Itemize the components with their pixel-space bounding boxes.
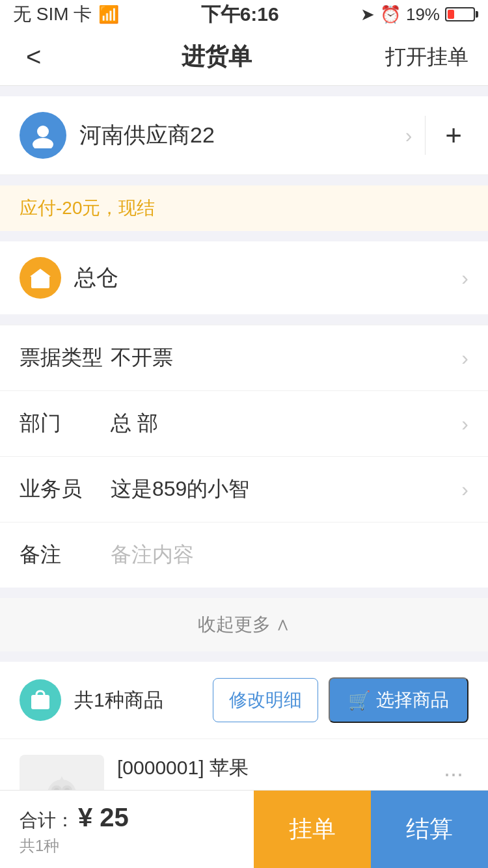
battery-percent: 19% (406, 5, 440, 25)
warehouse-name: 总仓 (74, 263, 461, 293)
product-header: 共1种商品 修改明细 🛒 选择商品 (0, 662, 488, 739)
svg-marker-11 (59, 776, 64, 781)
supplier-card: 河南供应商22 › + (0, 96, 488, 175)
department-label: 部门 (20, 409, 111, 438)
notes-value: 备注内容 (111, 541, 468, 569)
department-chevron-icon: › (461, 412, 468, 436)
product-icon (20, 679, 61, 721)
hold-button[interactable]: 挂单 (254, 791, 371, 868)
more-options-button[interactable]: ··· (439, 755, 468, 793)
invoice-type-row[interactable]: 票据类型 不开票 › (0, 325, 488, 390)
total-label: 合计： (20, 808, 74, 833)
supplier-avatar (20, 112, 66, 159)
status-right: ➤ ⏰ 19% (360, 5, 475, 25)
warehouse-row[interactable]: 总仓 › (0, 241, 488, 314)
edit-detail-button[interactable]: 修改明细 (213, 678, 318, 722)
warehouse-icon (20, 257, 61, 299)
warehouse-card: 总仓 › (0, 241, 488, 314)
department-value: 总 部 (111, 409, 461, 438)
vertical-divider (425, 116, 426, 155)
collapse-more-button[interactable]: 收起更多 ∧ (0, 598, 488, 651)
add-button[interactable]: + (439, 113, 468, 158)
svg-point-0 (37, 126, 49, 137)
svg-marker-3 (30, 269, 51, 277)
status-time: 下午6:16 (201, 1, 279, 28)
invoice-type-chevron-icon: › (461, 346, 468, 370)
notes-label: 备注 (20, 541, 111, 569)
total-amount: ¥ 25 (78, 803, 129, 832)
total-sub: 共1种 (20, 835, 234, 856)
notes-row[interactable]: 备注 备注内容 (0, 522, 488, 588)
total-line: 合计： ¥ 25 (20, 803, 234, 833)
svg-rect-5 (31, 695, 49, 709)
product-code: [0000001] (117, 757, 210, 778)
back-button[interactable]: < (20, 36, 47, 78)
product-name: [0000001] 苹果 (117, 755, 426, 781)
location-icon: ➤ (360, 5, 375, 25)
svg-rect-4 (37, 280, 44, 288)
select-product-label: 选择商品 (376, 688, 449, 712)
product-count: 共1种商品 (74, 687, 213, 714)
battery-icon (445, 7, 475, 21)
invoice-type-label: 票据类型 (20, 344, 111, 372)
supplier-row[interactable]: 河南供应商22 › + (0, 96, 488, 175)
form-card: 票据类型 不开票 › 部门 总 部 › 业务员 这是859的小智 › 备注 备注… (0, 325, 488, 588)
department-row[interactable]: 部门 总 部 › (0, 390, 488, 456)
nav-bar: < 进货单 打开挂单 (0, 29, 488, 86)
salesperson-chevron-icon: › (461, 478, 468, 502)
salesperson-row[interactable]: 业务员 这是859的小智 › (0, 456, 488, 522)
alarm-icon: ⏰ (380, 5, 401, 25)
carrier-text: 无 SIM 卡 (13, 2, 92, 27)
product-name-text: 苹果 (210, 757, 249, 778)
invoice-type-value: 不开票 (111, 344, 461, 372)
select-product-button[interactable]: 🛒 选择商品 (329, 677, 468, 723)
open-hold-button[interactable]: 打开挂单 (385, 43, 468, 72)
payment-notice: 应付-20元，现结 (0, 185, 488, 231)
salesperson-label: 业务员 (20, 475, 111, 504)
total-section: 合计： ¥ 25 共1种 (0, 791, 254, 868)
wifi-icon: 📶 (98, 5, 119, 25)
section-divider-top (0, 86, 488, 96)
status-left: 无 SIM 卡 📶 (13, 2, 119, 27)
svg-point-1 (33, 138, 53, 148)
checkout-button[interactable]: 结算 (371, 791, 488, 868)
status-bar: 无 SIM 卡 📶 下午6:16 ➤ ⏰ 19% (0, 0, 488, 29)
warehouse-chevron-icon: › (461, 266, 468, 290)
salesperson-value: 这是859的小智 (111, 475, 461, 504)
cart-icon: 🛒 (348, 690, 371, 711)
supplier-chevron-icon: › (405, 124, 413, 148)
page-title: 进货单 (182, 41, 252, 73)
supplier-name: 河南供应商22 (79, 120, 405, 150)
bottom-bar: 合计： ¥ 25 共1种 挂单 结算 (0, 790, 488, 868)
